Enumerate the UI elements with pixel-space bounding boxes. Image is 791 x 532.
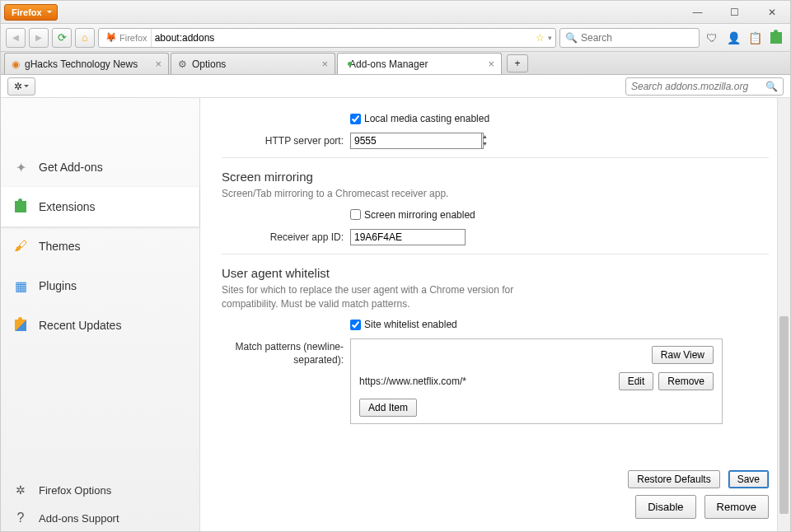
site-whitelist-label: Site whitelist enabled xyxy=(364,319,457,330)
titlebar: Firefox — ☐ ✕ xyxy=(1,1,790,24)
tab-ghacks[interactable]: ◉ gHacks Technology News × xyxy=(4,53,169,74)
url-dropdown-icon[interactable]: ▾ xyxy=(548,34,552,42)
match-patterns-list: Raw View https://www.netflix.com/* Edit … xyxy=(350,338,723,424)
scrollbar-thumb[interactable] xyxy=(779,316,789,514)
sidebar-item-recent-updates[interactable]: Recent Updates xyxy=(1,306,199,345)
minimize-button[interactable]: — xyxy=(679,1,716,24)
http-port-spinner[interactable]: ▲ ▼ xyxy=(350,133,484,149)
pattern-url: https://www.netflix.com/* xyxy=(359,376,614,387)
search-icon: 🔍 xyxy=(565,32,578,44)
reload-button[interactable]: ⟳ xyxy=(52,28,72,48)
site-whitelist-checkbox[interactable] xyxy=(350,320,361,330)
addon-footer: Disable Remove xyxy=(635,495,769,519)
pattern-row: https://www.netflix.com/* Edit Remove xyxy=(359,372,714,390)
plugin-icon: ▦ xyxy=(12,278,29,294)
download-icon: ✦ xyxy=(12,159,29,175)
add-item-button[interactable]: Add Item xyxy=(359,399,417,417)
disable-button[interactable]: Disable xyxy=(635,495,695,519)
search-bar[interactable]: 🔍 xyxy=(559,28,700,48)
brush-icon: 🖌 xyxy=(12,238,29,254)
local-media-label: Local media casting enabled xyxy=(364,113,489,124)
new-tab-button[interactable]: + xyxy=(507,54,528,72)
sidebar-label: Recent Updates xyxy=(39,319,121,332)
tab-label: gHacks Technology News xyxy=(25,58,138,70)
addons-toolbar-icon[interactable] xyxy=(767,29,785,47)
pref-footer: Restore Defaults Save xyxy=(628,470,769,488)
spin-down-icon[interactable]: ▼ xyxy=(482,141,488,148)
sidebar-label: Firefox Options xyxy=(39,484,111,497)
tab-label: Options xyxy=(192,58,226,70)
clipboard-icon[interactable]: 📋 xyxy=(746,29,764,47)
sidebar-item-extensions[interactable]: Extensions xyxy=(1,187,199,226)
sidebar-item-firefox-options[interactable]: ✲ Firefox Options xyxy=(1,476,199,504)
addons-search-input[interactable] xyxy=(631,81,765,92)
help-icon: ? xyxy=(12,510,29,526)
addons-body: ✦ Get Add-ons Extensions 🖌 Themes ▦ Plug… xyxy=(1,98,790,532)
ua-whitelist-desc: Sites for which to replace the user agen… xyxy=(222,283,535,311)
sidebar-label: Themes xyxy=(39,240,81,253)
screen-mirroring-checkbox-row[interactable]: Screen mirroring enabled xyxy=(350,209,769,221)
tab-options[interactable]: ⚙ Options × xyxy=(171,53,335,74)
close-icon[interactable]: × xyxy=(155,58,161,70)
screen-mirroring-title: Screen mirroring xyxy=(222,170,769,184)
addons-sidebar: ✦ Get Add-ons Extensions 🖌 Themes ▦ Plug… xyxy=(1,98,200,532)
screen-mirroring-desc: Screen/Tab mirroring to a Chromecast rec… xyxy=(222,187,769,201)
screen-mirroring-checkbox[interactable] xyxy=(350,209,361,220)
vertical-scrollbar[interactable] xyxy=(777,98,790,531)
shield-icon[interactable]: 🛡 xyxy=(703,29,721,47)
sidebar-item-themes[interactable]: 🖌 Themes xyxy=(1,226,199,266)
local-media-checkbox-row[interactable]: Local media casting enabled xyxy=(350,113,769,124)
tab-strip: ◉ gHacks Technology News × ⚙ Options × A… xyxy=(1,52,790,75)
sidebar-item-addons-support[interactable]: ? Add-ons Support xyxy=(1,504,199,532)
tab-addons-manager[interactable]: Add-ons Manager × xyxy=(337,53,502,74)
site-whitelist-checkbox-row[interactable]: Site whitelist enabled xyxy=(350,319,769,330)
tab-label: Add-ons Manager xyxy=(349,58,428,70)
raw-view-button[interactable]: Raw View xyxy=(652,346,714,364)
firefox-icon: 🦊 xyxy=(105,32,117,43)
sidebar-item-plugins[interactable]: ▦ Plugins xyxy=(1,266,199,306)
gear-icon: ⚙ xyxy=(178,58,187,70)
bookmark-star-icon[interactable]: ☆ xyxy=(536,32,545,44)
remove-addon-button[interactable]: Remove xyxy=(704,495,769,519)
close-icon[interactable]: × xyxy=(321,58,328,70)
local-media-checkbox[interactable] xyxy=(350,114,361,124)
addons-search-box[interactable]: 🔍 xyxy=(625,77,784,96)
forward-button[interactable]: ► xyxy=(29,28,49,48)
screen-mirroring-enabled-label: Screen mirroring enabled xyxy=(364,209,475,221)
addons-header: ✲ 🔍 xyxy=(1,75,790,98)
addons-tools-button[interactable]: ✲ xyxy=(7,77,35,96)
http-port-input[interactable] xyxy=(351,133,481,148)
identity-box[interactable]: 🦊 Firefox xyxy=(102,29,152,47)
sidebar-item-get-addons[interactable]: ✦ Get Add-ons xyxy=(1,147,199,187)
url-bar[interactable]: 🦊 Firefox ☆ ▾ xyxy=(98,28,556,48)
pattern-remove-button[interactable]: Remove xyxy=(658,372,714,390)
search-icon: 🔍 xyxy=(765,81,778,92)
restore-defaults-button[interactable]: Restore Defaults xyxy=(628,470,719,488)
close-window-button[interactable]: ✕ xyxy=(753,1,790,24)
nav-toolbar: ◄ ► ⟳ ⌂ 🦊 Firefox ☆ ▾ 🔍 🛡 👤 📋 xyxy=(1,24,790,52)
sidebar-label: Extensions xyxy=(39,200,95,213)
receiver-id-label: Receiver app ID: xyxy=(222,229,350,243)
receiver-id-input[interactable] xyxy=(350,229,466,245)
sidebar-label: Get Add-ons xyxy=(39,161,103,174)
close-icon[interactable]: × xyxy=(488,58,494,70)
sidebar-label: Add-ons Support xyxy=(39,512,119,525)
home-button[interactable]: ⌂ xyxy=(75,28,95,48)
back-button[interactable]: ◄ xyxy=(6,28,26,48)
window-controls: — ☐ ✕ xyxy=(679,1,790,24)
match-patterns-label: Match patterns (newline-separated): xyxy=(222,338,350,366)
updates-icon xyxy=(12,317,29,334)
addons-detail-pane: Local media casting enabled HTTP server … xyxy=(200,98,790,532)
spin-up-icon[interactable]: ▲ xyxy=(482,133,488,141)
pattern-edit-button[interactable]: Edit xyxy=(619,372,654,390)
firefox-menu-label: Firefox xyxy=(12,7,42,17)
search-input[interactable] xyxy=(581,32,694,44)
ua-whitelist-title: User agent whitelist xyxy=(222,266,769,280)
download-icon[interactable]: 👤 xyxy=(724,29,742,47)
sidebar-label: Plugins xyxy=(39,279,77,292)
identity-label: Firefox xyxy=(119,33,147,43)
save-button[interactable]: Save xyxy=(728,470,769,488)
url-input[interactable] xyxy=(155,32,532,44)
maximize-button[interactable]: ☐ xyxy=(716,1,753,24)
firefox-menu-button[interactable]: Firefox xyxy=(4,4,58,21)
